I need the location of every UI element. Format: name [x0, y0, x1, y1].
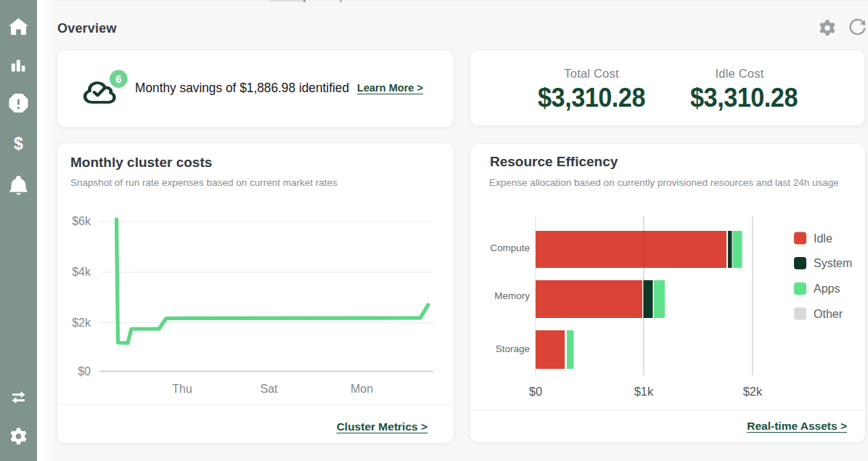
- svg-text:$1k: $1k: [634, 385, 654, 398]
- svg-text:Compute: Compute: [490, 242, 530, 253]
- svg-text:Apps: Apps: [814, 282, 840, 295]
- svg-text:$0: $0: [78, 365, 91, 378]
- svg-text:$6k: $6k: [72, 215, 91, 227]
- svg-text:Memory: Memory: [494, 290, 530, 301]
- svg-text:Thu: Thu: [172, 383, 192, 395]
- svg-text:$0: $0: [529, 385, 542, 398]
- svg-text:$2k: $2k: [72, 317, 91, 329]
- svg-text:System: System: [814, 257, 852, 269]
- svg-text:6: 6: [115, 73, 121, 85]
- svg-text:Other: Other: [814, 308, 843, 320]
- svg-text:Mon: Mon: [351, 383, 373, 395]
- svg-text:Idle: Idle: [814, 232, 832, 245]
- svg-text:Sat: Sat: [260, 383, 278, 395]
- svg-text:Storage: Storage: [496, 343, 530, 354]
- svg-text:$4k: $4k: [72, 266, 91, 278]
- svg-text:$2k: $2k: [743, 385, 763, 398]
